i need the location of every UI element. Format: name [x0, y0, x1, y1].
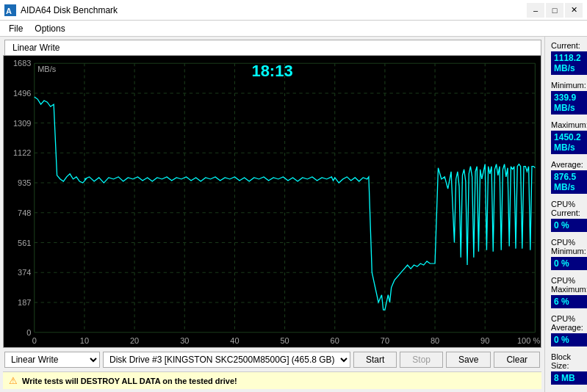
stat-minimum: Minimum: 339.9 MB/s — [551, 81, 587, 115]
svg-text:748: 748 — [18, 208, 31, 217]
right-panel: Current: 1118.2 MB/s Minimum: 339.9 MB/s… — [544, 37, 587, 392]
svg-text:1496: 1496 — [13, 89, 32, 98]
stat-cpu-average-label: CPU% Average: — [551, 314, 587, 332]
svg-text:80: 80 — [431, 336, 439, 345]
stat-maximum-value: 1450.2 MB/s — [551, 131, 587, 154]
svg-text:935: 935 — [18, 179, 31, 188]
svg-text:50: 50 — [280, 336, 289, 345]
stat-block-size-label: Block Size: — [551, 352, 587, 370]
stat-average: Average: 876.5 MB/s — [551, 160, 587, 194]
svg-text:70: 70 — [381, 336, 389, 345]
stat-cpu-maximum: CPU% Maximum: 6 % — [551, 276, 587, 308]
app-icon: A — [4, 4, 16, 16]
svg-text:1683: 1683 — [13, 59, 32, 68]
clear-button[interactable]: Clear — [494, 352, 540, 368]
stat-minimum-label: Minimum: — [551, 81, 587, 90]
svg-text:187: 187 — [18, 298, 31, 307]
svg-text:40: 40 — [230, 336, 239, 345]
stat-block-size: Block Size: 8 MB — [551, 352, 587, 385]
test-type-dropdown[interactable]: Linear Write Linear Read Random Write Ra… — [4, 352, 100, 368]
svg-text:1122: 1122 — [13, 149, 32, 158]
drive-dropdown[interactable]: Disk Drive #3 [KINGSTON SKC2500M8500G] (… — [103, 352, 350, 368]
stat-cpu-average: CPU% Average: 0 % — [551, 314, 587, 346]
stat-current-label: Current: — [551, 41, 587, 50]
stat-current-value: 1118.2 MB/s — [551, 51, 587, 75]
stat-minimum-value: 339.9 MB/s — [551, 91, 587, 115]
stat-cpu-maximum-value: 6 % — [551, 295, 587, 308]
benchmark-chart: 1683 1496 1309 1122 935 748 561 374 187 … — [4, 56, 541, 347]
start-button[interactable]: Start — [353, 352, 397, 368]
svg-text:A: A — [6, 7, 12, 15]
svg-text:100 %: 100 % — [517, 336, 541, 345]
stat-cpu-minimum-label: CPU% Minimum: — [551, 238, 587, 255]
stat-cpu-minimum-value: 0 % — [551, 257, 587, 270]
stat-average-value: 876.5 MB/s — [551, 170, 587, 194]
stat-cpu-average-value: 0 % — [551, 333, 587, 346]
svg-text:90: 90 — [480, 336, 489, 345]
maximize-button[interactable]: □ — [546, 3, 563, 18]
menu-bar: File Options — [0, 21, 587, 37]
save-button[interactable]: Save — [446, 352, 491, 368]
minimize-button[interactable]: – — [527, 3, 544, 18]
svg-text:0: 0 — [32, 336, 37, 345]
svg-text:30: 30 — [180, 336, 189, 345]
svg-text:374: 374 — [18, 269, 31, 277]
warning-text: Write tests will DESTROY ALL DATA on the… — [22, 377, 237, 385]
svg-text:60: 60 — [331, 336, 339, 345]
tab-linear-write[interactable]: Linear Write — [4, 40, 541, 55]
chart-container: 18:13 — [3, 55, 541, 348]
svg-text:MB/s: MB/s — [37, 65, 56, 74]
svg-text:10: 10 — [80, 336, 89, 345]
stat-cpu-current: CPU% Current: 0 % — [551, 200, 587, 232]
controls-row: Linear Write Linear Read Random Write Ra… — [3, 348, 541, 371]
stat-cpu-maximum-label: CPU% Maximum: — [551, 276, 587, 294]
stop-button[interactable]: Stop — [400, 352, 443, 368]
svg-text:561: 561 — [18, 239, 31, 247]
timer-display: 18:13 — [251, 62, 292, 81]
title-text: AIDA64 Disk Benchmark — [21, 5, 118, 15]
stat-cpu-minimum: CPU% Minimum: 0 % — [551, 238, 587, 270]
stat-maximum: Maximum: 1450.2 MB/s — [551, 120, 587, 154]
svg-text:20: 20 — [130, 336, 139, 345]
svg-text:0: 0 — [26, 328, 31, 337]
menu-item-options[interactable]: Options — [29, 22, 71, 35]
stat-current: Current: 1118.2 MB/s — [551, 41, 587, 75]
stat-average-label: Average: — [551, 160, 587, 169]
svg-text:1309: 1309 — [13, 119, 32, 128]
close-button[interactable]: ✕ — [565, 3, 583, 18]
warning-bar: ⚠ Write tests will DESTROY ALL DATA on t… — [3, 371, 541, 389]
stat-cpu-current-value: 0 % — [551, 219, 587, 232]
stat-cpu-current-label: CPU% Current: — [551, 200, 587, 217]
warning-icon: ⚠ — [9, 375, 18, 386]
title-bar: A AIDA64 Disk Benchmark – □ ✕ — [0, 0, 587, 21]
menu-item-file[interactable]: File — [3, 22, 29, 35]
stat-block-size-value: 8 MB — [551, 371, 587, 385]
stat-maximum-label: Maximum: — [551, 120, 587, 129]
